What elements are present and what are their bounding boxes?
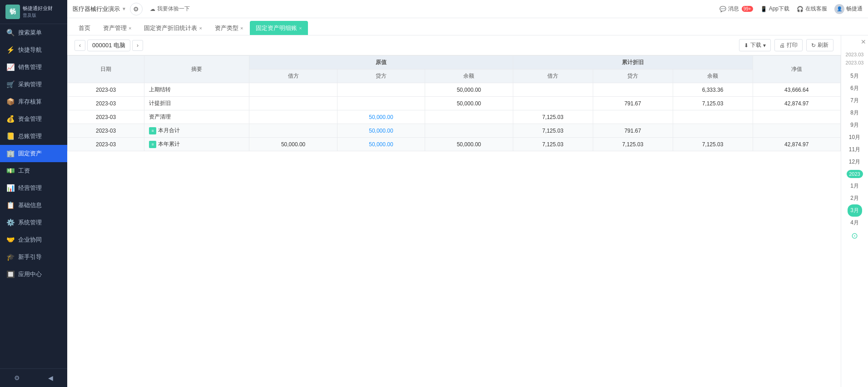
sidebar-item-sales[interactable]: 📈销售管理 bbox=[0, 59, 67, 76]
sidebar-item-label-guide: 新手引导 bbox=[18, 253, 42, 261]
tab-asset-type[interactable]: 资产类型 × bbox=[209, 21, 249, 35]
sidebar-item-basic[interactable]: 📋基础信息 bbox=[0, 197, 67, 214]
toolbar: ‹ 000001 电脑 › ⬇ 下载 ▾ 🖨 打印 ↻ bbox=[67, 35, 841, 55]
cell-original-debit bbox=[249, 83, 337, 97]
cell-accum-credit bbox=[593, 110, 673, 124]
timeline-month[interactable]: 9月 bbox=[841, 119, 868, 131]
timeline-close-button[interactable]: ✕ bbox=[861, 38, 866, 45]
timeline-scroll-indicator[interactable]: ⊙ bbox=[841, 229, 868, 243]
tab-asset-type-close[interactable]: × bbox=[240, 25, 243, 31]
tab-asset-detail-close[interactable]: × bbox=[299, 25, 302, 31]
asset-code-chip: 000001 电脑 bbox=[87, 40, 130, 51]
sidebar-item-apps[interactable]: 🔲应用中心 bbox=[0, 266, 67, 283]
sidebar-item-system[interactable]: ⚙️系统管理 bbox=[0, 214, 67, 231]
sidebar-item-inventory[interactable]: 📦库存核算 bbox=[0, 93, 67, 110]
header-original-debit: 借方 bbox=[249, 69, 337, 83]
refresh-label: 刷新 bbox=[818, 41, 828, 49]
next-asset-button[interactable]: › bbox=[132, 40, 143, 51]
timeline-header-sub: 2023.03 bbox=[841, 58, 868, 66]
sales-icon: 📈 bbox=[6, 63, 15, 71]
cell-accum-credit: 7,125.03 bbox=[593, 138, 673, 151]
sidebar-item-label-fixedasset: 固定资产 bbox=[18, 149, 42, 158]
cell-original-balance bbox=[425, 110, 513, 124]
apps-icon: 🔲 bbox=[6, 270, 15, 278]
app-download-button[interactable]: 📱 App下载 bbox=[760, 5, 789, 13]
tab-asset-mgmt-close[interactable]: × bbox=[129, 25, 131, 31]
sidebar-item-label-collab: 企业协同 bbox=[18, 236, 42, 244]
header-original-credit: 贷方 bbox=[337, 69, 425, 83]
timeline-month[interactable]: 2月 bbox=[841, 192, 868, 204]
notifications-badge: 99+ bbox=[742, 6, 753, 12]
collapse-icon[interactable]: ◀ bbox=[46, 372, 55, 383]
main-content: ‹ 000001 电脑 › ⬇ 下载 ▾ 🖨 打印 ↻ bbox=[67, 35, 841, 387]
cell-accum-debit bbox=[513, 83, 593, 97]
tab-depreciation-stat[interactable]: 固定资产折旧统计表 × bbox=[138, 21, 208, 35]
timeline-month[interactable]: 10月 bbox=[841, 131, 868, 144]
timeline-year-2023[interactable]: 2023 bbox=[847, 170, 863, 178]
download-dropdown-icon: ▾ bbox=[763, 42, 766, 49]
timeline-month[interactable]: 6月 bbox=[841, 82, 868, 94]
sidebar-item-fixedasset[interactable]: 🏢固定资产 bbox=[0, 145, 67, 162]
timeline-month[interactable]: 7月 bbox=[841, 94, 868, 107]
gear-button[interactable]: ⚙ bbox=[130, 3, 143, 15]
collab-icon: 🤝 bbox=[6, 236, 15, 244]
header-accumulated-depreciation: 累计折旧 bbox=[513, 56, 753, 69]
user-menu-button[interactable]: 👤 畅捷通 bbox=[834, 4, 863, 14]
cell-date: 2023-03 bbox=[68, 97, 144, 110]
timeline-month[interactable]: 12月 bbox=[841, 156, 868, 168]
data-table-wrap: 日期 摘要 原值 累计折旧 净值 借方 贷方 余额 借方 贷方 余额 bbox=[67, 55, 841, 387]
capital-icon: 💰 bbox=[6, 115, 15, 123]
sidebar-item-label-system: 系统管理 bbox=[18, 218, 42, 227]
refresh-button[interactable]: ↻ 刷新 bbox=[806, 39, 833, 51]
sidebar-item-capital[interactable]: 💰资金管理 bbox=[0, 110, 67, 128]
timeline-month[interactable]: 1月 bbox=[841, 180, 868, 192]
app-download-label: App下载 bbox=[769, 5, 789, 13]
company-name: 医疗器械行业演示 bbox=[73, 5, 120, 13]
sidebar-item-ledger[interactable]: 📒总账管理 bbox=[0, 128, 67, 145]
cell-net-value: 43,666.64 bbox=[753, 83, 840, 97]
cell-original-credit: 50,000.00 bbox=[337, 138, 425, 151]
header-original-balance: 余额 bbox=[425, 69, 513, 83]
cell-accum-credit bbox=[593, 83, 673, 97]
experience-link[interactable]: ☁ 我要体验一下 bbox=[150, 5, 190, 13]
download-button[interactable]: ⬇ 下载 ▾ bbox=[739, 39, 771, 51]
cell-accum-debit: 7,125.03 bbox=[513, 110, 593, 124]
timeline-month[interactable]: 11月 bbox=[841, 144, 868, 156]
cell-original-debit: 50,000.00 bbox=[249, 138, 337, 151]
sidebar-item-purchase[interactable]: 🛒采购管理 bbox=[0, 76, 67, 93]
tab-home[interactable]: 首页 bbox=[73, 21, 96, 35]
sidebar-item-payroll[interactable]: 💵工资 bbox=[0, 162, 67, 179]
cell-net-value bbox=[753, 110, 840, 124]
online-service-button[interactable]: 🎧 在线客服 bbox=[797, 5, 827, 13]
sidebar-item-quicknav[interactable]: ⚡快捷导航 bbox=[0, 41, 67, 59]
sidebar-item-label-ledger: 总账管理 bbox=[18, 132, 42, 140]
online-service-label: 在线客服 bbox=[805, 5, 827, 13]
tab-asset-type-label: 资产类型 bbox=[215, 24, 238, 32]
timeline-month[interactable]: 4月 bbox=[841, 217, 868, 229]
settings-icon[interactable]: ⚙ bbox=[12, 372, 22, 383]
tab-depreciation-stat-close[interactable]: × bbox=[199, 25, 202, 31]
cell-accum-credit: 791.67 bbox=[593, 97, 673, 110]
sidebar-item-collab[interactable]: 🤝企业协同 bbox=[0, 231, 67, 248]
tab-asset-detail[interactable]: 固定资产明细账 × bbox=[250, 21, 308, 35]
print-label: 打印 bbox=[787, 41, 798, 49]
cell-original-credit: 50,000.00 bbox=[337, 124, 425, 138]
sidebar-item-ops[interactable]: 📊经营管理 bbox=[0, 179, 67, 197]
sidebar-item-search[interactable]: 🔍搜索菜单 bbox=[0, 24, 67, 41]
summary-icon: ≡ bbox=[149, 141, 156, 148]
guide-icon: 🎓 bbox=[6, 253, 15, 261]
sidebar-item-label-payroll: 工资 bbox=[18, 167, 30, 175]
print-button[interactable]: 🖨 打印 bbox=[774, 39, 803, 51]
timeline-month[interactable]: 8月 bbox=[841, 107, 868, 119]
tab-asset-mgmt[interactable]: 资产管理 × bbox=[97, 21, 137, 35]
sidebar-logo: 畅 畅捷通好业财 普及版 bbox=[0, 0, 67, 24]
notifications-button[interactable]: 💬 消息 99+ bbox=[719, 5, 753, 13]
company-selector[interactable]: 医疗器械行业演示 ▼ bbox=[73, 5, 126, 13]
timeline-month[interactable]: 5月 bbox=[841, 70, 868, 82]
cell-summary: 资产清理 bbox=[144, 110, 249, 124]
prev-asset-button[interactable]: ‹ bbox=[74, 40, 85, 51]
content-area: ‹ 000001 电脑 › ⬇ 下载 ▾ 🖨 打印 ↻ bbox=[67, 35, 868, 387]
header-accum-debit: 借方 bbox=[513, 69, 593, 83]
timeline-month[interactable]: 3月 bbox=[848, 204, 862, 217]
sidebar-item-guide[interactable]: 🎓新手引导 bbox=[0, 248, 67, 266]
